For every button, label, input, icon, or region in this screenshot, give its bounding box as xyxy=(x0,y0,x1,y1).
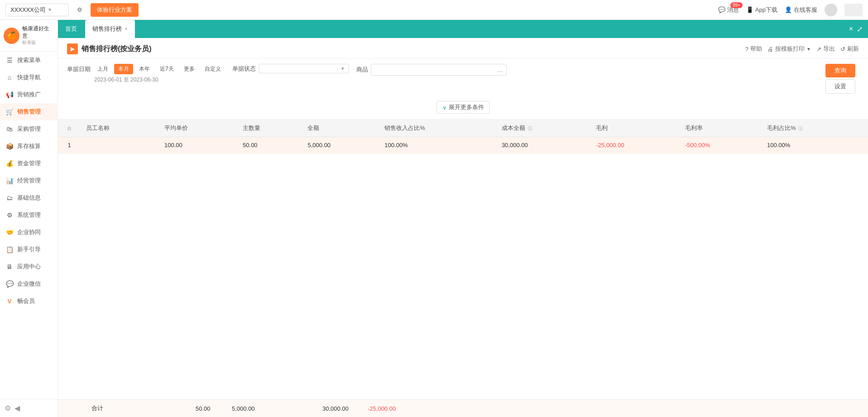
cell-profit: -25,000.00 xyxy=(590,137,679,153)
footer-total-label: 合计 xyxy=(91,405,103,412)
footer-main-qty-cell: 50.00 xyxy=(190,405,226,412)
inventory-icon: 📦 xyxy=(5,143,14,150)
tab-sales-ranking[interactable]: 销售排行榜 × xyxy=(85,20,135,38)
export-button[interactable]: ↗ 导出 xyxy=(816,45,835,53)
sidebar: 🍊 畅康通好生意 标准版 ☰ 搜索菜单 ⌂ 快捷导航 📢 营销推广 🛒 销售 xyxy=(0,20,58,417)
sales-icon: 🛒 xyxy=(5,108,14,115)
footer-profit-cell: -25,000.00 xyxy=(362,405,408,412)
sidebar-label-sales: 销售管理 xyxy=(17,108,41,116)
help-label: 帮助 xyxy=(750,45,762,53)
sidebar-item-wechat[interactable]: 💬 企业微信 xyxy=(0,275,58,292)
wechat-icon: 💬 xyxy=(5,280,14,288)
page-title: 销售排行榜(按业务员) xyxy=(82,44,152,54)
date-tab-custom[interactable]: 自定义 xyxy=(201,64,225,74)
sidebar-item-operation[interactable]: 📊 经营管理 xyxy=(0,172,58,189)
sidebar-item-newbie[interactable]: 📋 新手引导 xyxy=(0,241,58,258)
sidebar-label-basic: 基础信息 xyxy=(17,194,41,202)
topbar-settings-button[interactable]: ⚙ xyxy=(72,3,87,17)
sidebar-item-basic[interactable]: 🗂 基础信息 xyxy=(0,189,58,206)
footer-label-cell: 合计 xyxy=(86,404,154,412)
goods-input[interactable]: ... xyxy=(371,64,507,76)
tab-home[interactable]: 首页 xyxy=(58,20,84,38)
trial-button[interactable]: 体验行业方案 xyxy=(91,3,139,17)
message-badge: 99+ xyxy=(730,2,743,8)
sidebar-item-finance[interactable]: 💰 资金管理 xyxy=(0,155,58,172)
table-container: ☆ 员工名称 平均单价 主数量 xyxy=(58,120,868,399)
data-table: ☆ 员工名称 平均单价 主数量 xyxy=(58,120,868,153)
sidebar-item-marketing[interactable]: 📢 营销推广 xyxy=(0,86,58,103)
status-filter-group: 单据状态 ▼ xyxy=(232,64,349,73)
export-icon: ↗ xyxy=(816,46,821,53)
page-inner: ▶ 销售排行榜(按业务员) ? 帮助 🖨 按模板打印 ▼ xyxy=(58,38,868,417)
sidebar-collapse-button[interactable]: ◀ xyxy=(14,404,20,412)
th-name: 员工名称 xyxy=(81,120,159,137)
logo-name: 畅康通好生意 xyxy=(22,25,54,39)
sidebar-label-purchase: 采购管理 xyxy=(17,125,41,133)
basic-icon: 🗂 xyxy=(5,194,14,201)
th-name-label: 员工名称 xyxy=(86,125,110,131)
logo-icon: 🍊 xyxy=(4,28,19,44)
cell-cost: 30,000.00 xyxy=(496,137,591,153)
th-profit-rate: 毛利率 xyxy=(680,120,762,137)
th-avg-price-label: 平均单价 xyxy=(164,125,188,131)
logo-sub: 标准版 xyxy=(22,39,54,46)
cell-profit-rate: -500.00% xyxy=(680,137,762,153)
refresh-label: 刷新 xyxy=(847,45,859,53)
sidebar-label-newbie: 新手引导 xyxy=(17,245,41,254)
sidebar-item-inventory[interactable]: 📦 库存核算 xyxy=(0,138,58,155)
expand-more-button[interactable]: ∨ 展开更多条件 xyxy=(436,101,490,114)
sidebar-item-purchase[interactable]: 🛍 采购管理 xyxy=(0,120,58,138)
date-tab-this-year[interactable]: 本年 xyxy=(135,64,154,74)
company-arrow-icon: ▼ xyxy=(48,7,52,12)
sidebar-toggle-button[interactable]: ▶ xyxy=(67,43,78,54)
sidebar-settings-button[interactable]: ⚙ xyxy=(5,404,11,412)
company-selector[interactable]: XXXXXX公司 ▼ xyxy=(5,4,69,16)
help-icon: ? xyxy=(745,46,748,53)
status-select[interactable]: ▼ xyxy=(259,64,349,73)
tab-close-icon[interactable]: × xyxy=(125,26,128,32)
rank-value: 1 xyxy=(67,142,71,149)
help-button[interactable]: ? 帮助 xyxy=(745,45,762,53)
sidebar-label-search: 搜索菜单 xyxy=(17,56,41,64)
tab-close-button[interactable]: × xyxy=(849,25,853,33)
sidebar-item-shortcut[interactable]: ⌂ 快捷导航 xyxy=(0,69,58,86)
goods-filter-label: 商品 xyxy=(356,66,368,74)
message-button[interactable]: 💬 消息 99+ xyxy=(718,6,739,14)
sidebar-item-search[interactable]: ☰ 搜索菜单 xyxy=(0,52,58,69)
print-button[interactable]: 🖨 按模板打印 ▼ xyxy=(767,45,811,53)
profit-pct-value: 100.00% xyxy=(767,142,790,149)
sidebar-item-member[interactable]: V 畅会员 xyxy=(0,292,58,310)
apps-icon: 🖥 xyxy=(5,263,14,270)
date-tab-more[interactable]: 更多 xyxy=(180,64,199,74)
sidebar-label-member: 畅会员 xyxy=(17,297,35,305)
expand-icon: ∨ xyxy=(442,104,447,111)
avatar[interactable] xyxy=(825,4,837,16)
date-tab-7days[interactable]: 近7天 xyxy=(156,64,178,74)
sidebar-label-marketing: 营销推广 xyxy=(17,91,41,99)
date-tab-this-month[interactable]: 本月 xyxy=(114,64,133,74)
sidebar-item-enterprise[interactable]: 🤝 企业协同 xyxy=(0,224,58,241)
goods-more-icon[interactable]: ... xyxy=(497,66,503,73)
expand-label: 展开更多条件 xyxy=(449,103,484,111)
th-amount-label: 全额 xyxy=(307,125,319,131)
table-footer: 合计 50.00 5,000.00 30,000.00 xyxy=(58,399,868,417)
sidebar-item-sales[interactable]: 🛒 销售管理 xyxy=(0,103,58,120)
sidebar-item-apps[interactable]: 🖥 应用中心 xyxy=(0,258,58,275)
footer-main-qty: 50.00 xyxy=(196,405,211,412)
th-cost-label: 成本全额 xyxy=(502,125,525,131)
th-main-qty-label: 主数量 xyxy=(243,125,260,131)
app-download-button[interactable]: 📱 App下载 xyxy=(746,6,777,14)
setting-button[interactable]: 设置 xyxy=(825,79,855,94)
query-button[interactable]: 查询 xyxy=(825,64,855,77)
table-header-row: ☆ 员工名称 平均单价 主数量 xyxy=(58,120,868,137)
tab-expand-button[interactable]: ⤢ xyxy=(857,25,863,34)
tab-bar: 首页 销售排行榜 × × ⤢ xyxy=(58,20,868,38)
sidebar-label-inventory: 库存核算 xyxy=(17,142,41,150)
star-icon: ☆ xyxy=(67,125,72,132)
refresh-button[interactable]: ↺ 刷新 xyxy=(840,45,859,53)
marketing-icon: 📢 xyxy=(5,91,14,98)
online-support-button[interactable]: 👤 在线客服 xyxy=(785,6,817,14)
date-tab-last-month[interactable]: 上月 xyxy=(93,64,112,74)
sidebar-item-system[interactable]: ⚙ 系统管理 xyxy=(0,206,58,224)
th-rank: ☆ xyxy=(58,120,81,137)
